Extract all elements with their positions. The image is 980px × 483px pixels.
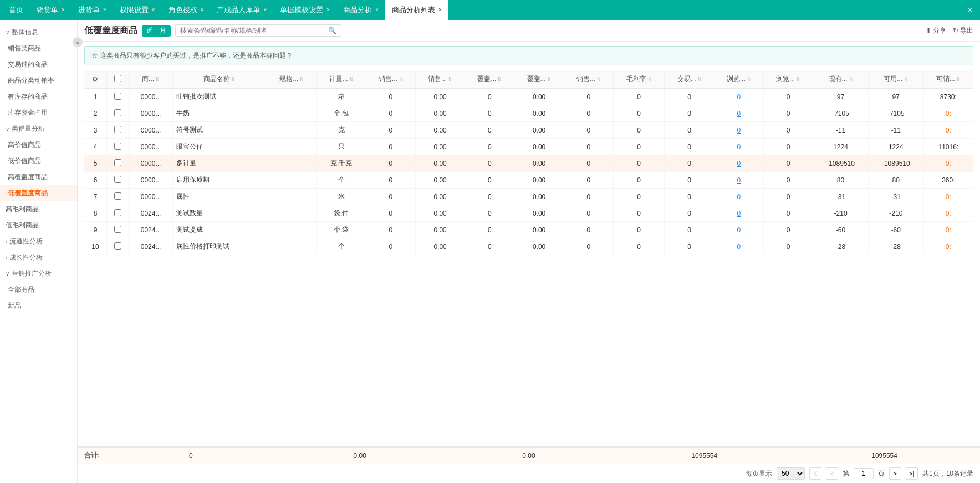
row-checkbox[interactable] — [106, 172, 129, 189]
th-code[interactable]: 商...⇅ — [129, 70, 172, 89]
row-num: 7 — [84, 189, 106, 205]
row-checkbox[interactable] — [106, 89, 129, 105]
row-sales-qty: 0 — [366, 238, 415, 255]
sidebar-item-high-value[interactable]: 高价值商品 — [0, 137, 77, 153]
row-checkbox[interactable] — [106, 155, 129, 172]
nav-tab-products-in[interactable]: 产成品入库单 × — [210, 0, 273, 20]
sidebar-item-all-goods[interactable]: 全部商品 — [0, 282, 77, 298]
sidebar-section-growth[interactable]: › 成长性分析 — [0, 250, 77, 266]
next-page-button[interactable]: > — [889, 467, 901, 480]
th-browse1[interactable]: 浏览...⇅ — [714, 70, 763, 89]
last-page-button[interactable]: >| — [906, 467, 918, 480]
share-button[interactable]: ⬆ 分享 — [926, 26, 946, 35]
close-icon[interactable]: × — [62, 0, 65, 20]
close-icon[interactable]: × — [326, 0, 330, 20]
footer-sales-qty: 0 — [174, 452, 207, 460]
nav-tab-templates[interactable]: 单据模板设置 × — [273, 0, 336, 20]
export-button[interactable]: ↻ 导出 — [953, 26, 973, 35]
nav-tab-home[interactable]: 首页 — [2, 0, 30, 20]
row-checkbox[interactable] — [106, 105, 129, 122]
row-browse1[interactable]: 0 — [714, 205, 763, 222]
sidebar-item-new-goods[interactable]: 新品 — [0, 298, 77, 314]
first-page-button[interactable]: K — [809, 467, 821, 480]
th-sellable[interactable]: 可销...⇅ — [923, 70, 973, 89]
row-code: 0024... — [129, 238, 172, 255]
sidebar-section-coverage[interactable]: ∨ 类群量分析 — [0, 121, 77, 137]
th-spec[interactable]: 规格...⇅ — [267, 70, 317, 89]
close-icon[interactable]: × — [152, 0, 155, 20]
th-sales-count[interactable]: 销售...⇅ — [564, 70, 613, 89]
row-sellable: 0: — [923, 222, 973, 238]
window-close-button[interactable]: × — [962, 2, 978, 18]
row-checkbox[interactable] — [106, 222, 129, 238]
th-current-stock[interactable]: 现有...⇅ — [813, 70, 869, 89]
close-icon[interactable]: × — [375, 0, 379, 20]
th-sales-amt[interactable]: 销售...⇅ — [415, 70, 465, 89]
th-settings[interactable]: ⚙ — [84, 70, 106, 89]
sidebar-section-overview[interactable]: ∨ 整体信息 — [0, 24, 77, 40]
row-browse1[interactable]: 0 — [714, 172, 763, 189]
nav-tab-sales[interactable]: 销货单 × — [30, 0, 72, 20]
row-browse1[interactable]: 0 — [714, 139, 763, 155]
search-input[interactable] — [180, 27, 326, 34]
close-icon[interactable]: × — [263, 0, 267, 20]
th-available-stock[interactable]: 可用...⇅ — [868, 70, 923, 89]
row-checkbox[interactable] — [106, 189, 129, 205]
th-transaction[interactable]: 交易...⇅ — [665, 70, 714, 89]
row-available-stock: -28 — [868, 238, 923, 255]
th-coverage-qty[interactable]: 覆盖...⇅ — [465, 70, 514, 89]
page-input[interactable] — [854, 468, 874, 479]
time-filter-button[interactable]: 近一月 — [142, 25, 171, 37]
close-icon[interactable]: × — [438, 0, 442, 20]
nav-tab-permissions[interactable]: 权限设置 × — [113, 0, 162, 20]
row-checkbox[interactable] — [106, 238, 129, 255]
nav-tab-roles[interactable]: 角色授权 × — [162, 0, 211, 20]
nav-tab-purchase[interactable]: 进货单 × — [72, 0, 113, 20]
prev-page-button[interactable]: < — [826, 467, 838, 480]
sidebar-item-low-profit[interactable]: 低毛利商品 — [0, 217, 77, 233]
row-name: 多计量 — [172, 155, 267, 172]
select-all-checkbox[interactable] — [114, 75, 121, 82]
row-current-stock: -28 — [813, 238, 869, 255]
nav-tab-analysis-list[interactable]: 商品分析列表 × — [385, 0, 448, 20]
search-box: 🔍 — [175, 24, 341, 37]
th-coverage-rate[interactable]: 覆盖...⇅ — [514, 70, 564, 89]
row-checkbox[interactable] — [106, 122, 129, 139]
row-browse1[interactable]: 0 — [714, 189, 763, 205]
sidebar-item-low-coverage[interactable]: 低覆盖度商品 — [0, 185, 77, 201]
row-browse1[interactable]: 0 — [714, 238, 763, 255]
sidebar-section-marketing[interactable]: ∨ 营销推广分析 — [0, 266, 77, 282]
close-icon[interactable]: × — [103, 0, 106, 20]
sidebar-collapse-button[interactable]: « — [73, 37, 83, 47]
row-browse1[interactable]: 0 — [714, 222, 763, 238]
th-browse2[interactable]: 浏览...⇅ — [763, 70, 813, 89]
row-browse1[interactable]: 0 — [714, 89, 763, 105]
sidebar-item-sales-goods[interactable]: 销售类商品 — [0, 40, 77, 57]
row-browse2: 0 — [763, 205, 813, 222]
row-checkbox[interactable] — [106, 139, 129, 155]
sidebar-item-goods-movement[interactable]: 商品分类动销率 — [0, 73, 77, 89]
row-available-stock: 97 — [868, 89, 923, 105]
th-gross-margin[interactable]: 毛利率⇅ — [614, 70, 665, 89]
sidebar-item-stock-capital[interactable]: 库存资金占用 — [0, 105, 77, 121]
nav-tab-analysis[interactable]: 商品分析 × — [336, 0, 385, 20]
sidebar-item-high-profit[interactable]: 高毛利商品 — [0, 201, 77, 217]
sidebar-item-traded-goods[interactable]: 交易过的商品 — [0, 57, 77, 73]
row-browse1[interactable]: 0 — [714, 122, 763, 139]
page-size-select[interactable]: 50 100 200 — [777, 467, 805, 480]
th-sales-qty[interactable]: 销售...⇅ — [366, 70, 415, 89]
row-checkbox[interactable] — [106, 205, 129, 222]
th-unit[interactable]: 计量...⇅ — [317, 70, 366, 89]
row-sales-count: 0 — [564, 122, 613, 139]
close-icon[interactable]: × — [201, 0, 204, 20]
row-browse1[interactable]: 0 — [714, 155, 763, 172]
row-transaction: 0 — [665, 205, 714, 222]
row-sales-count: 0 — [564, 222, 613, 238]
sidebar-item-in-stock[interactable]: 有库存的商品 — [0, 89, 77, 105]
sidebar-item-high-coverage[interactable]: 高覆盖度商品 — [0, 169, 77, 185]
sidebar-item-low-value[interactable]: 低价值商品 — [0, 153, 77, 169]
th-name[interactable]: 商品名称⇅ — [172, 70, 267, 89]
row-coverage-qty: 0 — [465, 205, 514, 222]
row-browse1[interactable]: 0 — [714, 105, 763, 122]
sidebar-section-flow[interactable]: › 流通性分析 — [0, 233, 77, 250]
